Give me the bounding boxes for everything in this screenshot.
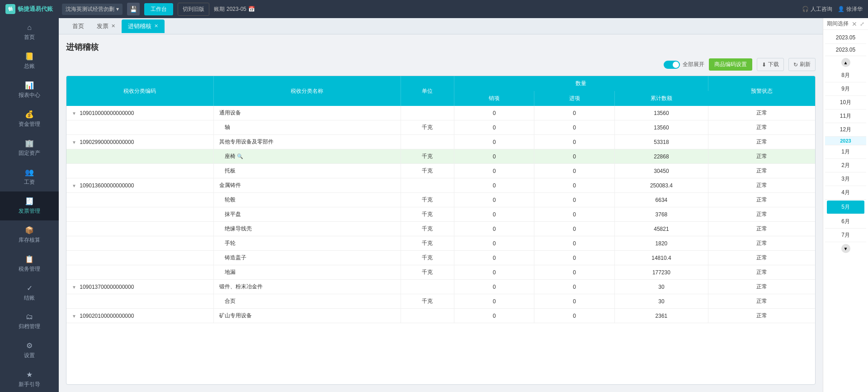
collapse-arrow[interactable]: ▼ — [72, 183, 76, 188]
sidebar-item-salary[interactable]: 👥 工资 — [0, 163, 59, 191]
refresh-icon: ↻ — [793, 62, 798, 68]
cell-sale: 0 — [454, 280, 534, 294]
tab-home[interactable]: 首页 — [66, 19, 90, 33]
sidebar-item-report[interactable]: 📊 报表中心 — [0, 76, 59, 105]
sidebar-label-invoice-mgmt: 发票管理 — [19, 207, 40, 215]
user-menu[interactable]: 👤 徐泽华 — [838, 5, 863, 13]
cell-code — [66, 294, 213, 309]
cell-sale: 0 — [454, 309, 534, 323]
period-month-9[interactable]: 9月 — [825, 82, 866, 96]
tab-invoice[interactable]: 发票 ✕ — [90, 19, 122, 33]
period-panel-header: 期间选择 ✕ ⤢ — [823, 18, 868, 30]
code-value: 109013700000000000 — [80, 284, 134, 290]
cell-code: ▼ 109013600000000000 — [66, 178, 213, 193]
sidebar-item-settle[interactable]: ✓ 结账 — [0, 278, 59, 307]
cell-sale: 0 — [454, 178, 534, 193]
collapse-arrow[interactable]: ▼ — [72, 314, 76, 319]
period-panel-expand[interactable]: ⤢ — [860, 21, 864, 27]
sidebar-item-inventory[interactable]: 📦 库存核算 — [0, 220, 59, 249]
period-panel-close[interactable]: ✕ — [852, 20, 857, 28]
cell-warning: 正常 — [708, 135, 815, 149]
cell-sale: 0 — [454, 120, 534, 135]
period-month-5[interactable]: 5月 — [827, 201, 864, 214]
sidebar-item-guide[interactable]: ★ 新手引导 — [0, 365, 59, 392]
period-month-7[interactable]: 7月 — [825, 229, 866, 242]
code-value: 109010000000000000 — [80, 110, 134, 116]
cell-purchase: 0 — [534, 265, 614, 280]
report-icon: 📊 — [25, 81, 34, 90]
sidebar-item-settings[interactable]: ⚙ 设置 — [0, 336, 59, 365]
period-month-3[interactable]: 3月 — [825, 172, 866, 186]
cell-name: 手轮 — [213, 236, 401, 251]
company-selector[interactable]: 沈海英测试经营勿删 ▾ — [62, 4, 123, 15]
capital-icon: 💰 — [25, 110, 34, 119]
collapse-arrow[interactable]: ▼ — [72, 140, 76, 145]
assets-icon: 🏢 — [25, 139, 34, 148]
sidebar-item-invoice-mgmt[interactable]: 🧾 发票管理 — [0, 191, 59, 220]
cell-sale: 0 — [454, 222, 534, 236]
cell-code — [66, 207, 213, 222]
collapse-arrow[interactable]: ▼ — [72, 111, 76, 116]
cell-sale: 0 — [454, 207, 534, 222]
cell-purchase: 0 — [534, 178, 614, 193]
support-button[interactable]: 🎧 人工咨询 — [802, 5, 832, 13]
workspace-button[interactable]: 工作台 — [144, 3, 173, 15]
tab-check[interactable]: 进销稽核 ✕ — [122, 19, 165, 33]
sidebar-item-tax[interactable]: 📋 税务管理 — [0, 249, 59, 278]
download-button[interactable]: ⬇ 下载 — [757, 58, 784, 71]
cell-purchase: 0 — [534, 294, 614, 309]
table-row: 座椅 🔍 千克 0 0 22868 正常 — [66, 149, 815, 164]
period-month-12[interactable]: 12月 — [825, 123, 866, 137]
cell-warning: 正常 — [708, 120, 815, 135]
cell-name: 轮毂 — [213, 193, 401, 207]
period-up-button[interactable]: ▲ — [841, 58, 850, 67]
sidebar-item-home[interactable]: ⌂ 首页 — [0, 18, 59, 47]
cell-unit: 千克 — [401, 251, 454, 265]
refresh-button[interactable]: ↻ 刷新 — [788, 58, 816, 71]
period-item-2023-05-2[interactable]: 2023.05 — [825, 44, 866, 56]
guide-icon: ★ — [26, 370, 33, 379]
toggle-expand[interactable]: 全部展开 — [664, 61, 704, 69]
period-month-10[interactable]: 10月 — [825, 96, 866, 110]
cell-total: 2361 — [614, 309, 708, 323]
col-warning: 预警状态 — [708, 76, 815, 106]
cell-name: 金属铸件 — [213, 178, 401, 193]
toggle-switch[interactable] — [664, 61, 680, 69]
period-month-11[interactable]: 11月 — [825, 110, 866, 123]
product-code-button[interactable]: 商品编码设置 — [709, 58, 752, 71]
tab-check-label: 进销稽核 — [128, 22, 151, 30]
table-row: 绝缘导线壳 千克 0 0 45821 正常 — [66, 222, 815, 236]
support-label: 人工咨询 — [811, 5, 832, 13]
sidebar-item-ledger[interactable]: 📒 总账 — [0, 47, 59, 76]
sidebar-item-assets[interactable]: 🏢 固定资产 — [0, 134, 59, 163]
cell-purchase: 0 — [534, 236, 614, 251]
table-row: 抹平盘 千克 0 0 3768 正常 — [66, 207, 815, 222]
period-month-4[interactable]: 4月 — [825, 186, 866, 200]
search-icon[interactable]: 🔍 — [237, 153, 243, 159]
sidebar-item-archive[interactable]: 🗂 归档管理 — [0, 307, 59, 336]
calendar-icon[interactable]: 📅 — [248, 6, 255, 12]
period-down-button[interactable]: ▼ — [841, 244, 850, 253]
cell-warning: 正常 — [708, 222, 815, 236]
col-total: 累计数额 — [614, 91, 708, 106]
save-button[interactable]: 💾 — [127, 3, 140, 15]
cell-code — [66, 251, 213, 265]
collapse-arrow[interactable]: ▼ — [72, 285, 76, 290]
download-label: 下载 — [768, 61, 779, 68]
period-item-2023-05-1[interactable]: 2023.05 — [825, 32, 866, 44]
period-month-8[interactable]: 8月 — [825, 69, 866, 82]
archive-icon: 🗂 — [26, 313, 33, 321]
invoice-mgmt-icon: 🧾 — [25, 197, 34, 206]
sidebar-item-capital[interactable]: 💰 资金管理 — [0, 105, 59, 134]
period-month-6[interactable]: 6月 — [825, 215, 866, 229]
cell-sale: 0 — [454, 164, 534, 178]
tax-icon: 📋 — [25, 255, 34, 263]
old-version-button[interactable]: 切到旧版 — [178, 3, 209, 16]
period-month-1[interactable]: 1月 — [825, 145, 866, 159]
cell-unit — [401, 178, 454, 193]
tab-invoice-close[interactable]: ✕ — [111, 23, 115, 29]
period-month-2[interactable]: 2月 — [825, 159, 866, 172]
cell-warning: 正常 — [708, 309, 815, 323]
tab-check-close[interactable]: ✕ — [154, 23, 158, 29]
sidebar-label-salary: 工资 — [24, 178, 35, 186]
